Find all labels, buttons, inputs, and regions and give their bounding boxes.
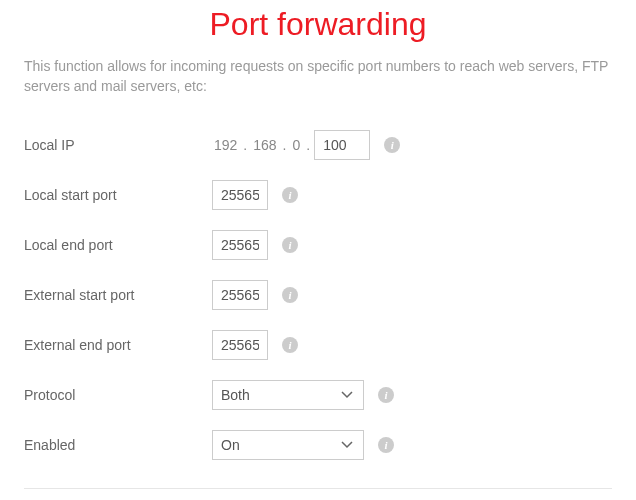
info-icon[interactable]: i [282, 337, 298, 353]
row-enabled: Enabled On i [24, 420, 612, 470]
info-icon[interactable]: i [378, 387, 394, 403]
ip-octet-4-input[interactable] [314, 130, 370, 160]
label-local-end-port: Local end port [24, 237, 212, 253]
ip-octet-1: 192 [212, 137, 239, 153]
row-external-start-port: External start port i [24, 270, 612, 320]
protocol-select[interactable]: Both [212, 380, 364, 410]
divider [24, 488, 612, 489]
enabled-select[interactable]: On [212, 430, 364, 460]
ip-group: 192 . 168 . 0 . [212, 130, 370, 160]
row-local-ip: Local IP 192 . 168 . 0 . i [24, 120, 612, 170]
info-icon[interactable]: i [282, 187, 298, 203]
label-protocol: Protocol [24, 387, 212, 403]
label-external-start-port: External start port [24, 287, 212, 303]
local-end-port-input[interactable] [212, 230, 268, 260]
info-icon[interactable]: i [282, 287, 298, 303]
ip-octet-3: 0 [291, 137, 303, 153]
page-title: Port forwarding [24, 0, 612, 57]
external-start-port-input[interactable] [212, 280, 268, 310]
ip-octet-2: 168 [251, 137, 278, 153]
label-external-end-port: External end port [24, 337, 212, 353]
row-local-start-port: Local start port i [24, 170, 612, 220]
info-icon[interactable]: i [282, 237, 298, 253]
ip-dot: . [306, 137, 310, 153]
label-local-ip: Local IP [24, 137, 212, 153]
info-icon[interactable]: i [384, 137, 400, 153]
ip-dot: . [283, 137, 287, 153]
row-protocol: Protocol Both i [24, 370, 612, 420]
info-icon[interactable]: i [378, 437, 394, 453]
page-description: This function allows for incoming reques… [24, 57, 612, 96]
row-external-end-port: External end port i [24, 320, 612, 370]
label-local-start-port: Local start port [24, 187, 212, 203]
row-local-end-port: Local end port i [24, 220, 612, 270]
local-start-port-input[interactable] [212, 180, 268, 210]
external-end-port-input[interactable] [212, 330, 268, 360]
label-enabled: Enabled [24, 437, 212, 453]
ip-dot: . [243, 137, 247, 153]
